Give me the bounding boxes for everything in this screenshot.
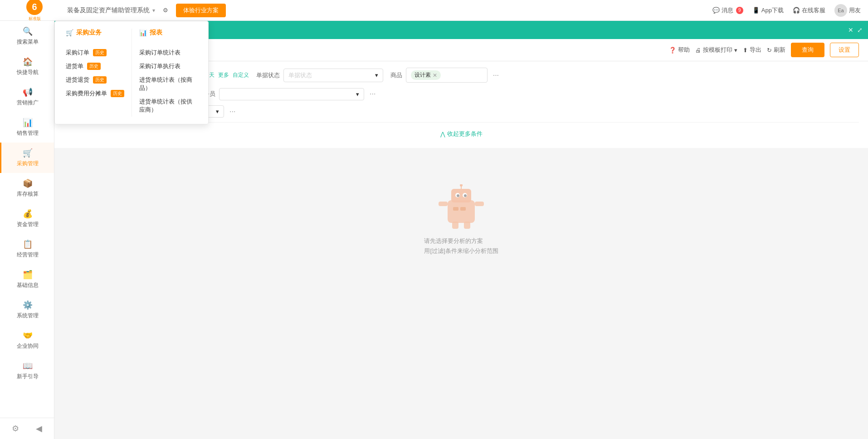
customer-arrow: ▾ <box>216 108 219 115</box>
sidebar-item-marketing[interactable]: 📢 营销推广 <box>0 82 54 112</box>
svg-point-5 <box>464 194 467 197</box>
goods-tag-close[interactable]: ✕ <box>433 72 437 79</box>
app-download-btn[interactable]: 📱 App下载 <box>752 6 784 15</box>
date-shortcut-custom[interactable]: 自定义 <box>233 71 249 79</box>
user-area[interactable]: Ea 用友 <box>834 4 861 17</box>
goods-tag-text: 设计素 <box>414 71 431 79</box>
menu-item-inbound-stat-supplier[interactable]: 进货单统计表（按供应商） <box>139 95 197 117</box>
menu-item-expense[interactable]: 采购费用分摊单 历史 <box>66 87 128 100</box>
empty-hint-2: 用[过滤]条件来缩小分析范围 <box>424 247 498 255</box>
sidebar-bottom: ⚙ ◀ <box>0 418 54 439</box>
sidebar-item-search[interactable]: 🔍 搜索菜单 <box>0 21 54 51</box>
message-label: 消息 <box>722 6 733 15</box>
tab-fullscreen-btn[interactable]: ⤢ <box>857 26 863 34</box>
sales-icon: 📊 <box>23 118 33 128</box>
sidebar-settings-btn[interactable]: ⚙ <box>12 424 19 434</box>
collapse-filter-btn[interactable]: ⋀ 收起更多条件 <box>437 126 486 142</box>
logo-area: 6 标准版 <box>7 0 62 22</box>
goods-label: 商品 <box>390 71 402 79</box>
business-section-icon: 🛒 <box>66 29 73 36</box>
sidebar-label-coop: 企业协同 <box>17 342 39 350</box>
svg-rect-9 <box>460 207 466 211</box>
date-shortcut-more[interactable]: 更多 <box>218 71 229 79</box>
menu-item-inbound[interactable]: 进货单 历史 <box>66 59 128 73</box>
menu-item-inbound-stat-goods[interactable]: 进货单统计表（按商品） <box>139 73 197 95</box>
inbound-history: 历史 <box>87 63 101 70</box>
staff-arrow: ▾ <box>356 91 359 98</box>
sidebar-label-purchase: 采购管理 <box>17 160 39 168</box>
order-stat-label: 采购订单统计表 <box>139 49 180 57</box>
inbound-stat-goods-label: 进货单统计表（按商品） <box>139 76 197 92</box>
sidebar-label-inventory: 库存核算 <box>17 190 39 198</box>
export-label: 导出 <box>750 46 761 54</box>
sidebar-collapse-btn[interactable]: ◀ <box>36 424 42 434</box>
sidebar-label-marketing: 营销推广 <box>17 99 39 107</box>
purchase-order-label: 采购订单 <box>66 49 89 57</box>
goods-select[interactable]: 设计素 ✕ <box>406 68 488 83</box>
menu-item-order-stat[interactable]: 采购订单统计表 <box>139 46 197 59</box>
status-select[interactable]: 单据状态 ▾ <box>283 69 383 82</box>
print-dropdown-icon[interactable]: ▾ <box>734 47 737 54</box>
online-service-btn[interactable]: 🎧 在线客服 <box>793 6 825 15</box>
goods-more-btn[interactable]: ··· <box>493 71 499 79</box>
refresh-label: 刷新 <box>774 46 785 54</box>
sidebar-item-system[interactable]: ⚙️ 系统管理 <box>0 295 54 325</box>
svg-rect-12 <box>452 222 458 229</box>
status-filter-group: 单据状态 单据状态 ▾ <box>256 69 383 82</box>
help-btn[interactable]: ❓ 帮助 <box>669 46 690 54</box>
svg-rect-0 <box>448 200 475 223</box>
sidebar-item-coop[interactable]: 🤝 企业协同 <box>0 325 54 355</box>
menu-item-purchase-order[interactable]: 采购订单 历史 <box>66 46 128 59</box>
inventory-icon: 📦 <box>23 178 33 188</box>
export-btn[interactable]: ⬆ 导出 <box>743 46 761 54</box>
expense-label: 采购费用分摊单 <box>66 89 107 98</box>
settings-gear-btn[interactable]: ⚙ <box>159 4 172 17</box>
menu-item-return[interactable]: 进货退货 历史 <box>66 73 128 87</box>
svg-rect-13 <box>464 222 470 229</box>
empty-illustration <box>434 184 488 230</box>
message-btn[interactable]: 💬 消息 9 <box>712 6 743 15</box>
sidebar-label-sales: 销售管理 <box>17 129 39 137</box>
print-label: 按模板打印 <box>703 46 732 54</box>
logo-char: 6 <box>32 2 37 12</box>
empty-state: 请先选择要分析的方案 用[过滤]条件来缩小分析范围 <box>54 148 868 293</box>
sidebar-item-sales[interactable]: 📊 销售管理 <box>0 112 54 143</box>
sidebar-item-quicknav[interactable]: 🏠 快捷导航 <box>0 51 54 82</box>
user-name: 用友 <box>849 6 861 15</box>
sidebar-item-basic[interactable]: 🗂️ 基础信息 <box>0 264 54 295</box>
sidebar-label-system: 系统管理 <box>17 312 39 320</box>
svg-rect-8 <box>453 207 458 211</box>
staff-filter-group: 业务员 ▾ ··· <box>198 88 375 100</box>
sidebar-item-operations[interactable]: 📋 经营管理 <box>0 234 54 264</box>
collapse-label: 收起更多条件 <box>447 130 483 138</box>
help-label: 帮助 <box>678 46 690 54</box>
sidebar-item-guide[interactable]: 📖 新手引导 <box>0 355 54 386</box>
customer-more-btn[interactable]: ··· <box>229 108 235 116</box>
refresh-btn[interactable]: ↻ 刷新 <box>767 46 785 54</box>
top-bar: 6 标准版 装备及固定资产辅助管理系统 ▾ ⚙ 体验行业方案 💬 消息 9 📱 … <box>0 0 868 21</box>
menu-item-order-exec[interactable]: 采购订单执行表 <box>139 59 197 73</box>
headset-icon: 🎧 <box>793 7 800 14</box>
staff-more-btn[interactable]: ··· <box>370 90 375 98</box>
search-icon: 🔍 <box>23 26 33 36</box>
sidebar-label-finance: 资金管理 <box>17 221 39 228</box>
return-label: 进货退货 <box>66 76 89 84</box>
robot-svg <box>434 184 488 230</box>
business-section-label: 采购业务 <box>76 29 102 37</box>
tab-close-all-btn[interactable]: ✕ <box>848 26 853 34</box>
sidebar-item-inventory[interactable]: 📦 库存核算 <box>0 173 54 203</box>
industry-btn[interactable]: 体验行业方案 <box>176 4 226 17</box>
sidebar-item-purchase[interactable]: 🛒 采购管理 <box>0 143 54 173</box>
staff-select[interactable]: ▾ <box>219 88 364 100</box>
settings-btn[interactable]: 设置 <box>830 43 859 57</box>
top-right-area: 💬 消息 9 📱 App下载 🎧 在线客服 Ea 用友 <box>712 4 861 17</box>
empty-hint-1: 请先选择要分析的方案 <box>424 237 498 245</box>
phone-icon: 📱 <box>752 7 760 14</box>
system-icon: ⚙️ <box>23 300 33 310</box>
query-btn[interactable]: 查询 <box>791 43 824 57</box>
system-title-dropdown[interactable]: ▾ <box>152 7 155 14</box>
print-btn[interactable]: 🖨 按模板打印 ▾ <box>695 46 737 54</box>
empty-text-area: 请先选择要分析的方案 用[过滤]条件来缩小分析范围 <box>424 237 498 257</box>
business-section-title: 🛒 采购业务 <box>66 29 128 40</box>
sidebar-item-finance[interactable]: 💰 资金管理 <box>0 203 54 234</box>
